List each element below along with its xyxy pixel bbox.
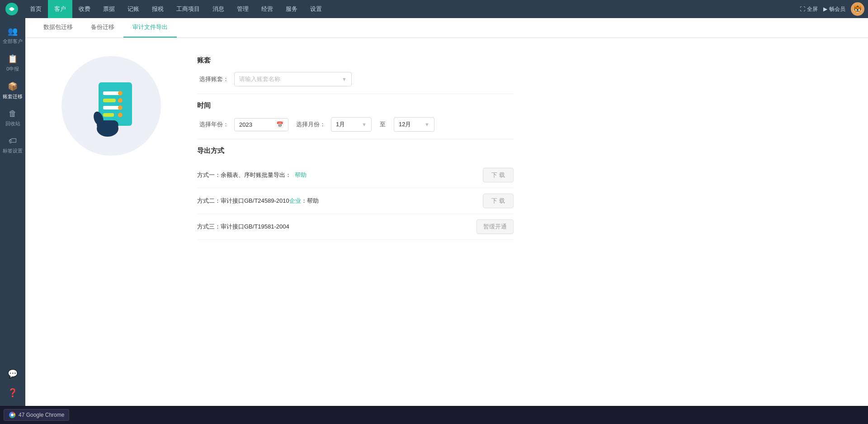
svg-point-14 <box>11 414 14 416</box>
tab-data-package-migrate[interactable]: 数据包迁移 <box>34 18 82 38</box>
nav-fees[interactable]: 收费 <box>72 0 97 18</box>
svg-rect-3 <box>103 99 116 102</box>
account-select-row: 选择账套： 请输入账套名称 ▼ <box>197 72 514 86</box>
year-input[interactable]: 2023 📅 <box>234 118 288 131</box>
method-1-help-link[interactable]: 帮助 <box>295 172 307 178</box>
chevron-down-month-icon: ▼ <box>362 122 367 127</box>
svg-rect-1 <box>99 82 132 126</box>
account-select-label: 选择账套： <box>197 75 229 83</box>
chevron-down-icon: ▼ <box>342 76 347 82</box>
top-nav-right: ⛶ 全屏 ▶ 畅会员 🐯 <box>800 2 864 16</box>
export-section-title: 导出方式 <box>197 147 514 155</box>
account-section-title: 账套 <box>197 56 514 65</box>
svg-point-8 <box>118 105 123 110</box>
member-button[interactable]: ▶ 畅会员 <box>823 5 845 13</box>
month-start-select[interactable]: 1月 ▼ <box>331 117 372 132</box>
export-method-1-row: 方式一：余额表、序时账批量导出： 帮助 下 载 <box>197 162 514 188</box>
migrate-icon: 📦 <box>8 81 18 91</box>
month-end-select[interactable]: 12月 ▼ <box>394 117 434 132</box>
sidebar: 👥 全部客户 📋 0申报 📦 账套迁移 🗑 回收站 🏷 标签设置 💬 ❓ <box>0 18 25 406</box>
svg-rect-5 <box>103 113 114 117</box>
nav-management[interactable]: 管理 <box>231 0 255 18</box>
user-avatar[interactable]: 🐯 <box>851 2 864 16</box>
method-1-download-button[interactable]: 下 载 <box>483 168 514 182</box>
svg-point-7 <box>118 98 123 103</box>
method-2-download-button[interactable]: 下 载 <box>483 194 514 208</box>
calendar-icon: 📅 <box>276 121 283 128</box>
tab-audit-export[interactable]: 审计文件导出 <box>123 18 177 38</box>
export-method-2-label: 方式二：审计接口GB/T24589-2010企业：帮助 <box>197 197 321 205</box>
svg-rect-4 <box>103 106 119 110</box>
chat-icon: 💬 <box>8 369 18 379</box>
account-select[interactable]: 请输入账套名称 ▼ <box>234 72 352 86</box>
nav-items: 首页 客户 收费 票据 记账 报税 工商项目 消息 管理 经营 服务 设置 <box>24 0 800 18</box>
taskbar-chrome-label: 47 Google Chrome <box>19 412 64 418</box>
export-method-2-row: 方式二：审计接口GB/T24589-2010企业：帮助 下 载 <box>197 188 514 214</box>
form-area: 账套 选择账套： 请输入账套名称 ▼ 时间 选择年份： 2023 📅 <box>197 56 514 240</box>
month-end-value: 12月 <box>399 120 411 129</box>
export-method-3-row: 方式三：审计接口GB/T19581-2004 暂缓开通 <box>197 214 514 240</box>
nav-operations[interactable]: 经营 <box>255 0 279 18</box>
member-icon: ▶ <box>823 6 827 12</box>
nav-messages[interactable]: 消息 <box>206 0 231 18</box>
declare-icon: 📋 <box>8 54 18 64</box>
tab-bar: 数据包迁移 备份迁移 审计文件导出 <box>25 18 868 38</box>
sidebar-chat[interactable]: 💬 <box>0 364 25 383</box>
nav-clients[interactable]: 客户 <box>48 0 72 18</box>
fullscreen-button[interactable]: ⛶ 全屏 <box>800 5 818 13</box>
main-content: 账套 选择账套： 请输入账套名称 ▼ 时间 选择年份： 2023 📅 <box>25 38 868 406</box>
chrome-icon <box>9 411 16 419</box>
recycle-icon: 🗑 <box>9 109 17 119</box>
taskbar-chrome[interactable]: 47 Google Chrome <box>4 409 69 421</box>
nav-services[interactable]: 服务 <box>279 0 304 18</box>
section-divider-1 <box>197 94 514 94</box>
tab-backup-migrate[interactable]: 备份迁移 <box>82 18 123 38</box>
month-start-value: 1月 <box>336 120 345 129</box>
method-2-company-link[interactable]: 企业 <box>289 197 301 204</box>
export-method-1-label: 方式一：余额表、序时账批量导出： 帮助 <box>197 171 307 179</box>
account-select-placeholder: 请输入账套名称 <box>239 75 280 83</box>
help-icon: ❓ <box>8 388 18 398</box>
tag-icon: 🏷 <box>9 136 17 146</box>
fullscreen-icon: ⛶ <box>800 6 805 12</box>
audit-illustration <box>75 70 147 142</box>
svg-point-6 <box>118 91 123 95</box>
app-logo <box>4 1 20 17</box>
sidebar-bottom: 💬 ❓ <box>0 364 25 402</box>
clients-icon: 👥 <box>8 26 18 36</box>
sidebar-item-account-migrate[interactable]: 📦 账套迁移 <box>0 77 25 105</box>
year-label: 选择年份： <box>197 120 229 129</box>
svg-point-9 <box>118 113 123 117</box>
time-section-title: 时间 <box>197 101 514 110</box>
export-method-3-label: 方式三：审计接口GB/T19581-2004 <box>197 223 289 231</box>
sidebar-help[interactable]: ❓ <box>0 383 25 402</box>
method-3-open-button[interactable]: 暂缓开通 <box>476 219 514 234</box>
nav-accounting[interactable]: 记账 <box>121 0 146 18</box>
month-label: 选择月份： <box>294 120 326 129</box>
to-text: 至 <box>380 120 386 129</box>
illustration-wrapper <box>52 56 170 156</box>
illustration-circle <box>61 56 161 156</box>
nav-business[interactable]: 工商项目 <box>170 0 206 18</box>
nav-invoices[interactable]: 票据 <box>97 0 121 18</box>
sidebar-item-all-clients[interactable]: 👥 全部客户 <box>0 22 25 49</box>
nav-home[interactable]: 首页 <box>24 0 48 18</box>
taskbar: 47 Google Chrome <box>0 406 868 424</box>
top-navigation: 首页 客户 收费 票据 记账 报税 工商项目 消息 管理 经营 服务 设置 ⛶ … <box>0 0 868 18</box>
time-row: 选择年份： 2023 📅 选择月份： 1月 ▼ 至 12月 ▼ <box>197 117 514 132</box>
section-divider-2 <box>197 139 514 139</box>
sidebar-item-zero-declare[interactable]: 📋 0申报 <box>0 49 25 77</box>
nav-settings[interactable]: 设置 <box>304 0 328 18</box>
sidebar-item-recycle[interactable]: 🗑 回收站 <box>0 105 25 132</box>
content-area: 数据包迁移 备份迁移 审计文件导出 <box>25 18 868 406</box>
year-value: 2023 <box>239 121 252 128</box>
main-layout: 👥 全部客户 📋 0申报 📦 账套迁移 🗑 回收站 🏷 标签设置 💬 ❓ <box>0 18 868 406</box>
chevron-down-month-end-icon: ▼ <box>425 122 429 127</box>
nav-tax[interactable]: 报税 <box>146 0 170 18</box>
sidebar-item-tag-settings[interactable]: 🏷 标签设置 <box>0 132 25 159</box>
